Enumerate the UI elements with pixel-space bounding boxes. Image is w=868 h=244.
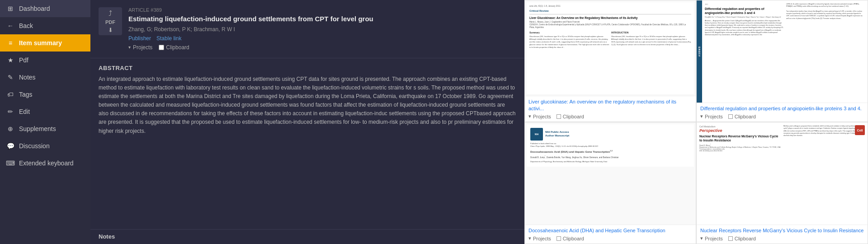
related-card-footer-4: Nuclear Receptors Reverse McGarry's Vici… xyxy=(697,225,868,244)
list-icon: ≡ xyxy=(6,39,14,47)
clipboard-checkbox[interactable] xyxy=(159,45,164,50)
projects-label-3: Projects xyxy=(533,236,551,241)
related-card-title-3[interactable]: Docosahexaenoic Acid (DHA) and Hepatic G… xyxy=(528,227,692,234)
related-card-image-2: ASBMB JBC Differential regulation and pr… xyxy=(697,0,868,103)
checkbox-icon-2 xyxy=(728,114,733,119)
abstract-heading: ABSTRACT xyxy=(99,65,516,71)
related-card-actions-1: ▾ Projects Clipboard xyxy=(528,113,692,119)
sidebar-item-extended-keyboard[interactable]: ⌨ Extended keyboard xyxy=(0,155,90,172)
projects-dropdown-4[interactable]: ▾ Projects xyxy=(700,235,723,241)
related-card-dha: NIH NIH Public AccessAuthor Manuscript P… xyxy=(524,122,696,244)
related-card-image-1: acta Life, 63(1): 1-8, January 2011 Crit… xyxy=(525,0,696,96)
related-card-liver-glucokinase: acta Life, 63(1): 1-8, January 2011 Crit… xyxy=(524,0,696,122)
sidebar-item-item-summary[interactable]: ≡ Item summary xyxy=(0,34,90,52)
sidebar-item-pdf[interactable]: ★ Pdf xyxy=(0,52,90,69)
abstract-area: ABSTRACT An integrated approach to estim… xyxy=(90,58,524,230)
abstract-text: An integrated approach to estimate lique… xyxy=(99,75,516,136)
publisher-link[interactable]: Publisher xyxy=(128,35,151,42)
article-links: Publisher Stable link xyxy=(128,35,516,42)
keyboard-icon: ⌨ xyxy=(6,159,14,167)
sidebar-item-notes[interactable]: ✎ Notes xyxy=(0,69,90,86)
cell-badge: Cell xyxy=(855,125,865,135)
sidebar-label-dashboard: Dashboard xyxy=(19,5,50,12)
chevron-icon-1: ▾ xyxy=(528,113,531,119)
checkbox-icon-1 xyxy=(557,114,561,119)
clipboard-text-1: Clipboard xyxy=(563,114,584,119)
sidebar-label-extended-keyboard: Extended keyboard xyxy=(19,160,74,167)
chevron-icon-3: ▾ xyxy=(528,235,531,241)
article-actions: ▾ Projects Clipboard xyxy=(128,44,516,51)
chevron-icon-2: ▾ xyxy=(700,113,703,119)
article-header: ⤴ PDF ⬇ ARTICLE #389 Estimating liquefac… xyxy=(90,0,524,58)
article-title: Estimating liquefaction-induced ground s… xyxy=(128,14,516,23)
tag-icon: 🏷 xyxy=(6,90,14,99)
clipboard-label-3[interactable]: Clipboard xyxy=(557,236,584,241)
download-icon: ⬇ xyxy=(108,27,113,33)
clipboard-text-2: Clipboard xyxy=(735,114,756,119)
related-card-footer-2: Differential regulation and properties o… xyxy=(697,103,868,122)
chevron-down-icon: ▾ xyxy=(128,45,131,50)
clipboard-text-4: Clipboard xyxy=(735,236,756,241)
notes-label: Notes xyxy=(99,233,115,240)
sidebar-label-item-summary: Item summary xyxy=(19,39,62,47)
sidebar-item-discussion[interactable]: 💬 Discussion xyxy=(0,137,90,155)
pdf-icon: ★ xyxy=(6,56,14,64)
projects-dropdown-2[interactable]: ▾ Projects xyxy=(700,113,723,119)
pdf-icon-box[interactable]: ⤴ PDF ⬇ xyxy=(99,7,122,35)
sidebar-item-supplements[interactable]: ⊕ Supplements xyxy=(0,120,90,137)
stable-link[interactable]: Stable link xyxy=(156,35,181,42)
clipboard-text-3: Clipboard xyxy=(563,236,584,241)
nih-access-label: NIH Public AccessAuthor Manuscript xyxy=(545,131,569,138)
clipboard-checkbox-label[interactable]: Clipboard xyxy=(159,44,189,51)
nih-published-label: Published in final edited form as:Chem P… xyxy=(530,142,690,148)
edit-icon: ✏ xyxy=(6,108,14,116)
article-info: ARTICLE #389 Estimating liquefaction-ind… xyxy=(128,7,516,51)
sidebar-label-supplements: Supplements xyxy=(19,125,56,132)
projects-label-1: Projects xyxy=(533,114,551,119)
sidebar: ⊞ Dashboard ← Back ≡ Item summary ★ Pdf … xyxy=(0,0,90,244)
clipboard-label-2[interactable]: Clipboard xyxy=(728,114,756,119)
sidebar-label-back: Back xyxy=(19,22,33,29)
pdf-label: PDF xyxy=(105,19,115,25)
chevron-icon-4: ▾ xyxy=(700,235,703,241)
sidebar-item-dashboard[interactable]: ⊞ Dashboard xyxy=(0,0,90,17)
related-card-footer-3: Docosahexaenoic Acid (DHA) and Hepatic G… xyxy=(525,225,696,244)
projects-label: Projects xyxy=(133,44,152,51)
sidebar-item-edit[interactable]: ✏ Edit xyxy=(0,103,90,120)
related-articles-panel: acta Life, 63(1): 1-8, January 2011 Crit… xyxy=(524,0,868,244)
sidebar-label-notes: Notes xyxy=(19,74,36,81)
projects-dropdown-3[interactable]: ▾ Projects xyxy=(528,235,551,241)
sidebar-item-tags[interactable]: 🏷 Tags xyxy=(0,86,90,103)
related-card-title-4[interactable]: Nuclear Receptors Reverse McGarry's Vici… xyxy=(700,227,864,234)
related-card-image-3: NIH NIH Public AccessAuthor Manuscript P… xyxy=(525,122,696,225)
related-card-title-2[interactable]: Differential regulation and properties o… xyxy=(700,105,864,112)
back-icon: ← xyxy=(6,22,14,30)
nih-logo: NIH xyxy=(530,128,543,141)
related-card-actions-4: ▾ Projects Clipboard xyxy=(700,235,864,241)
asbmb-label: ASBMB xyxy=(698,46,701,56)
clipboard-label: Clipboard xyxy=(166,44,189,51)
sidebar-item-back[interactable]: ← Back xyxy=(0,17,90,34)
related-card-nuclear-receptors: Cell Cell Metabolism Perspective Nuclear… xyxy=(696,122,868,244)
related-card-image-4: Cell Cell Metabolism Perspective Nuclear… xyxy=(697,122,868,225)
sidebar-label-discussion: Discussion xyxy=(19,142,50,150)
discussion-icon: 💬 xyxy=(6,142,14,150)
dashboard-icon: ⊞ xyxy=(6,5,14,13)
projects-label-2: Projects xyxy=(705,114,723,119)
checkbox-icon-3 xyxy=(557,236,561,241)
notes-section: Notes xyxy=(90,229,524,244)
related-card-title-1[interactable]: Liver glucokinase: An overview on the re… xyxy=(528,99,692,112)
article-id: ARTICLE #389 xyxy=(128,7,516,13)
sidebar-label-pdf: Pdf xyxy=(19,56,28,64)
article-authors: Zhang, G; Robertson, P K; Brachman, R W … xyxy=(128,26,516,33)
clipboard-label-4[interactable]: Clipboard xyxy=(728,236,756,241)
projects-dropdown-1[interactable]: ▾ Projects xyxy=(528,113,551,119)
projects-dropdown[interactable]: ▾ Projects xyxy=(128,44,152,51)
checkbox-icon-4 xyxy=(728,236,733,241)
projects-label-4: Projects xyxy=(705,236,723,241)
main-content: ⤴ PDF ⬇ ARTICLE #389 Estimating liquefac… xyxy=(90,0,524,244)
related-card-angiopoietin: ASBMB JBC Differential regulation and pr… xyxy=(696,0,868,122)
clipboard-label-1[interactable]: Clipboard xyxy=(557,114,584,119)
related-card-actions-3: ▾ Projects Clipboard xyxy=(528,235,692,241)
related-card-footer-1: Liver glucokinase: An overview on the re… xyxy=(525,96,696,122)
